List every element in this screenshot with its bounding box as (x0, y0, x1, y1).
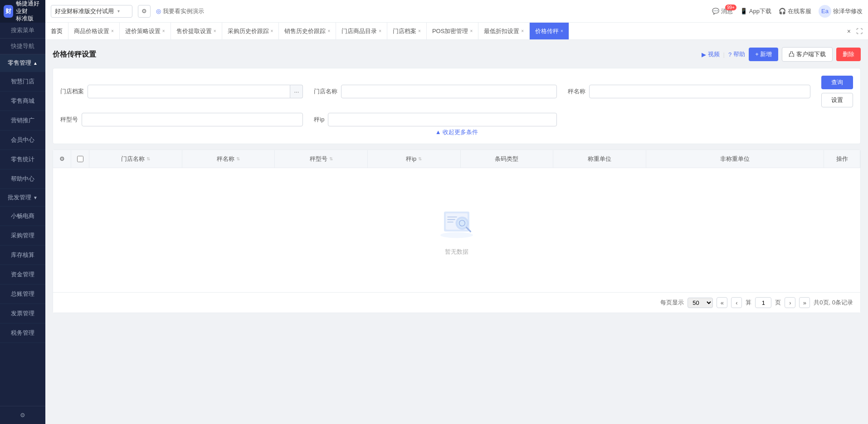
sidebar-search[interactable]: 搜索菜单 (0, 23, 45, 39)
close-icon[interactable]: × (521, 29, 524, 34)
tab-sale-extract[interactable]: 售价提取设置 × (171, 23, 222, 40)
filter-store-name-label: 门店名称 (314, 87, 337, 96)
page-unit: 页 (775, 299, 781, 307)
sidebar-item-invoice[interactable]: 发票管理 (0, 304, 45, 323)
filter-ip: 秤ip (314, 113, 556, 126)
video-link[interactable]: ▶ 视频 (702, 50, 720, 58)
sidebar: 财 畅捷通好业财 标准版 搜索菜单 快捷导航 零售管理 ▲ 智慧门店 零售商城 … (0, 0, 45, 424)
select-all-checkbox[interactable] (77, 156, 83, 162)
close-icon[interactable]: × (271, 29, 273, 34)
tab-store-file[interactable]: 门店档案 × (387, 23, 427, 40)
app-download-button[interactable]: 📱 App下载 (740, 7, 771, 15)
sidebar-item-retail-stats[interactable]: 零售统计 (0, 150, 45, 169)
empty-text: 暂无数据 (445, 248, 468, 256)
store-file-input[interactable] (88, 85, 290, 98)
page-header: 价格传秤设置 ▶ 视频 | ? 帮助 + 新增 凸 客户端下载 删除 (53, 47, 861, 62)
help-link[interactable]: ? 帮助 (728, 50, 745, 58)
prev-page-button[interactable]: ‹ (731, 297, 742, 308)
sidebar-item-inventory[interactable]: 库存核算 (0, 246, 45, 265)
close-icon[interactable]: × (561, 29, 563, 34)
tab-purchase-history[interactable]: 采购历史价跟踪 × (222, 23, 279, 40)
filter-store-file-label: 门店档案 (60, 87, 84, 96)
tab-close-button[interactable]: × (845, 27, 853, 36)
tab-home[interactable]: 首页 (45, 23, 68, 40)
empty-state-icon (434, 204, 479, 241)
close-icon[interactable]: × (470, 29, 473, 34)
sidebar-item-ledger[interactable]: 总账管理 (0, 284, 45, 304)
first-page-button[interactable]: « (717, 297, 727, 308)
tab-commodity-price[interactable]: 商品价格设置 × (68, 23, 120, 40)
tab-purchase-strategy[interactable]: 进价策略设置 × (120, 23, 171, 40)
sidebar-item-purchase[interactable]: 采购管理 (0, 226, 45, 246)
close-icon[interactable]: × (111, 29, 114, 34)
store-name-input[interactable] (341, 85, 556, 98)
sidebar-item-smart-store[interactable]: 智慧门店 (0, 72, 45, 92)
per-page-label: 每页显示 (660, 299, 684, 307)
page-word: 算 (746, 299, 751, 307)
sidebar-item-marketing[interactable]: 营销推广 (0, 111, 45, 130)
close-icon[interactable]: × (379, 29, 381, 34)
main-area: 好业财标准版交付试用 ▾ ⚙ ◎ 我要看实例演示 💬 消息 99+ 📱 App下… (45, 0, 868, 424)
table-area: ⚙ 门店名称 ⇅ 秤名称 ⇅ 秤型号 ⇅ 秤ip (53, 149, 861, 313)
th-store-name: 门店名称 ⇅ (89, 150, 182, 168)
sort-icon[interactable]: ⇅ (418, 156, 422, 161)
tab-expand-button[interactable]: ⛶ (854, 27, 864, 36)
download-button[interactable]: 凸 客户端下载 (782, 47, 833, 62)
logo-text: 畅捷通好业财 标准版 (16, 0, 42, 23)
table-header: ⚙ 门店名称 ⇅ 秤名称 ⇅ 秤型号 ⇅ 秤ip (53, 150, 860, 168)
collapse-filter-button[interactable]: ▲ 收起更多条件 (60, 126, 853, 136)
sidebar-item-xiaochangec[interactable]: 小畅电商 (0, 207, 45, 226)
sort-icon[interactable]: ⇅ (146, 156, 150, 161)
ip-input[interactable] (328, 113, 556, 126)
chevron-down-icon: ▾ (117, 9, 120, 14)
settings-button[interactable]: 设置 (821, 93, 853, 107)
th-scale-name: 秤名称 ⇅ (182, 150, 275, 168)
topbar-right: 💬 消息 99+ 📱 App下载 🎧 在线客服 Ea 徐泽华修改 (712, 5, 863, 18)
page-actions: ▶ 视频 | ? 帮助 + 新增 凸 客户端下载 删除 (702, 47, 861, 62)
sidebar-item-member[interactable]: 会员中心 (0, 130, 45, 150)
sidebar-item-finance[interactable]: 资金管理 (0, 265, 45, 284)
close-icon[interactable]: × (418, 29, 421, 34)
th-model: 秤型号 ⇅ (275, 150, 368, 168)
sidebar-quick-nav[interactable]: 快捷导航 (0, 39, 45, 54)
close-icon[interactable]: × (162, 29, 165, 34)
scale-name-input[interactable] (589, 85, 810, 98)
svg-point-4 (458, 218, 467, 228)
filter-store-file: 门店档案 ··· (60, 85, 303, 98)
per-page-select[interactable]: 50 10 20 100 (688, 298, 713, 308)
sidebar-item-wholesale[interactable]: 批发管理 ▼ (0, 189, 45, 207)
tab-sale-history[interactable]: 销售历史价跟踪 × (279, 23, 336, 40)
version-selector[interactable]: 好业财标准版交付试用 ▾ (51, 5, 132, 18)
th-barcode-type: 条码类型 (461, 150, 554, 168)
sort-icon[interactable]: ⇅ (236, 156, 240, 161)
tab-pos-manage[interactable]: POS加密管理 × (427, 23, 478, 40)
demo-link[interactable]: ◎ 我要看实例演示 (156, 7, 204, 15)
tab-price-transfer[interactable]: 价格传秤 × (530, 23, 569, 40)
topbar-settings-icon[interactable]: ⚙ (138, 5, 151, 18)
sidebar-item-tax[interactable]: 税务管理 (0, 323, 45, 343)
sidebar-item-help[interactable]: 帮助中心 (0, 169, 45, 189)
tab-store-catalog[interactable]: 门店商品目录 × (336, 23, 387, 40)
delete-button[interactable]: 删除 (836, 48, 861, 61)
sort-icon[interactable]: ⇅ (329, 156, 333, 161)
close-icon[interactable]: × (327, 29, 330, 34)
add-button[interactable]: + 新增 (749, 48, 778, 61)
sidebar-item-retail-mgmt[interactable]: 零售管理 ▲ (0, 54, 45, 72)
message-button[interactable]: 💬 消息 99+ (712, 7, 733, 15)
tab-min-discount[interactable]: 最低折扣设置 × (478, 23, 530, 40)
next-page-button[interactable]: › (785, 297, 795, 308)
online-service-button[interactable]: 🎧 在线客服 (779, 7, 811, 15)
store-file-dots-button[interactable]: ··· (290, 85, 303, 98)
filter-scale-name: 秤名称 (568, 85, 810, 98)
close-icon[interactable]: × (214, 29, 216, 34)
th-check[interactable] (71, 150, 89, 168)
filter-scale-name-label: 秤名称 (568, 87, 585, 96)
last-page-button[interactable]: » (799, 297, 810, 308)
model-input[interactable] (82, 113, 303, 126)
user-profile[interactable]: Ea 徐泽华修改 (819, 5, 863, 18)
page-number-input[interactable] (755, 297, 771, 308)
sidebar-item-retail-mall[interactable]: 零售商城 (0, 92, 45, 111)
query-button[interactable]: 查询 (821, 76, 853, 89)
sidebar-settings-button[interactable]: ⚙ (0, 406, 45, 424)
th-gear[interactable]: ⚙ (53, 150, 71, 168)
